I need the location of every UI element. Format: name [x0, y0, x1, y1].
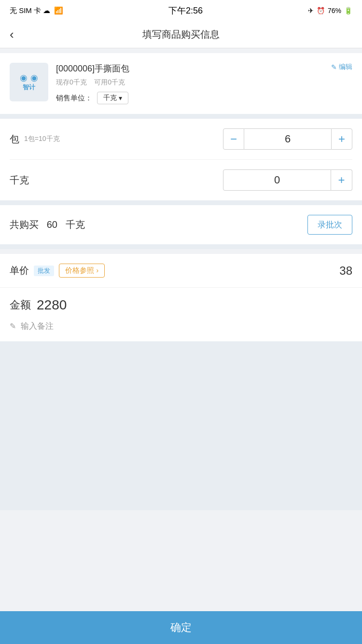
status-time: 下午2:56	[168, 5, 203, 16]
kg-stepper: +	[223, 169, 352, 191]
kg-label-text: 千克	[10, 174, 29, 187]
amount-value: 2280	[37, 297, 67, 313]
status-right: ✈ ⏰ 76% 🔋	[308, 7, 352, 14]
gray-area	[0, 341, 362, 510]
package-input-row: 包 1包=10千克 − +	[10, 119, 352, 160]
amount-label: 金额	[10, 298, 31, 312]
alarm-icon: ⏰	[317, 7, 325, 14]
divider-3	[0, 244, 362, 249]
amount-section: 金额 2280 ✎ 输入备注	[0, 287, 362, 341]
nav-bar: ‹ 填写商品购买信息	[0, 21, 362, 48]
total-section: 共购买 60 千克 录批次	[0, 205, 362, 244]
battery-level: 76%	[328, 7, 341, 14]
available-label: 可用0千克	[94, 78, 125, 86]
owl-eyes-icon: ◉◉	[20, 72, 38, 83]
pencil-icon: ✎	[10, 322, 16, 331]
confirm-label: 确定	[170, 620, 192, 635]
total-text: 共购买 60 千克	[10, 218, 85, 231]
edit-label: 编辑	[339, 63, 352, 71]
price-value: 38	[339, 264, 352, 278]
product-image: ◉◉ 智计	[10, 63, 48, 101]
divider-2	[0, 200, 362, 205]
package-hint: 1包=10千克	[24, 135, 60, 143]
kg-label: 千克	[10, 174, 29, 187]
package-stepper: − +	[223, 128, 352, 150]
package-label: 包 1包=10千克	[10, 133, 60, 146]
product-info: [0000006]手撕面包 ✎ 编辑 现存0千克 可用0千克 销售单位： 千克 …	[56, 63, 352, 104]
page-title: 填写商品购买信息	[142, 28, 220, 41]
sim-status: 无 SIM 卡 ☁	[10, 6, 50, 15]
product-logo: ◉◉ 智计	[20, 72, 38, 92]
input-section: 包 1包=10千克 − + 千克 +	[0, 119, 362, 200]
stock-label: 现存0千克	[56, 78, 87, 86]
unit-label: 销售单位：	[56, 94, 92, 103]
product-unit-row: 销售单位： 千克 ▾	[56, 92, 352, 104]
price-label: 单价	[10, 264, 29, 277]
note-placeholder: 输入备注	[21, 321, 54, 332]
price-section: 单价 批发 价格参照 › 38	[0, 254, 362, 287]
amount-row: 金额 2280	[10, 297, 352, 313]
price-ref-button[interactable]: 价格参照 ›	[59, 264, 105, 278]
total-quantity: 60	[47, 219, 57, 230]
package-plus-button[interactable]: +	[331, 128, 352, 150]
price-tag: 批发	[34, 266, 54, 276]
divider-1	[0, 114, 362, 119]
status-left: 无 SIM 卡 ☁ 📶	[10, 6, 63, 15]
edit-icon: ✎	[331, 63, 337, 71]
kg-plus-button[interactable]: +	[331, 169, 352, 191]
package-label-text: 包	[10, 133, 19, 146]
unit-select[interactable]: 千克 ▾	[97, 92, 128, 104]
unit-value: 千克	[103, 94, 117, 102]
product-header: [0000006]手撕面包 ✎ 编辑	[56, 63, 352, 78]
note-row[interactable]: ✎ 输入备注	[10, 321, 352, 332]
kg-input[interactable]	[223, 169, 331, 191]
status-bar: 无 SIM 卡 ☁ 📶 下午2:56 ✈ ⏰ 76% 🔋	[0, 0, 362, 21]
total-label: 共购买	[10, 219, 39, 230]
unit-chevron-icon: ▾	[119, 94, 122, 102]
battery-icon: 🔋	[344, 7, 352, 14]
price-label-row: 单价 批发 价格参照 ›	[10, 264, 105, 278]
batch-button[interactable]: 录批次	[307, 215, 352, 235]
wifi-icon: 📶	[54, 6, 63, 15]
confirm-bar[interactable]: 确定	[0, 611, 362, 644]
product-stock: 现存0千克 可用0千克	[56, 78, 352, 87]
back-button[interactable]: ‹	[10, 27, 14, 42]
total-unit: 千克	[66, 219, 85, 230]
package-minus-button[interactable]: −	[223, 128, 244, 150]
kg-input-row: 千克 +	[10, 160, 352, 200]
owl-text-icon: 智计	[23, 83, 35, 92]
edit-button[interactable]: ✎ 编辑	[331, 63, 352, 71]
package-input[interactable]	[244, 128, 331, 150]
product-card: ◉◉ 智计 [0000006]手撕面包 ✎ 编辑 现存0千克 可用0千克 销售单…	[0, 53, 362, 114]
location-icon: ✈	[308, 7, 314, 14]
product-name: [0000006]手撕面包	[56, 63, 129, 74]
